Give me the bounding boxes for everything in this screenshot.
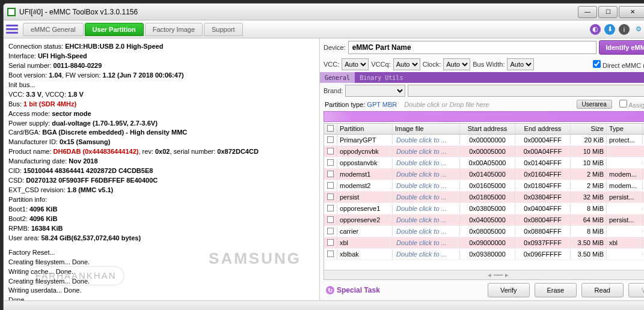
app-window: UFI[#0] - eMMC ToolBox v1.3.0.1156 — ☐ ✕… (3, 3, 644, 310)
table-row[interactable]: opporeserve1 Double click to ... 0x03805… (324, 203, 644, 214)
row-checkbox[interactable] (327, 159, 334, 166)
buswidth-select[interactable]: Auto (507, 58, 534, 70)
special-icon: ↻ (326, 286, 334, 294)
statusbar (4, 300, 644, 310)
right-panel: Device: Identify eMMC TP VCC: Auto VCCq:… (319, 38, 644, 300)
write-button[interactable]: Write (628, 283, 644, 297)
row-checkbox[interactable] (327, 205, 334, 211)
table-row[interactable]: modemst2 Double click to ... 0x01605000 … (324, 180, 644, 192)
userarea-button[interactable]: Userarea (577, 100, 612, 109)
vccq-select[interactable]: Auto (393, 58, 420, 70)
tab-support[interactable]: Support (204, 23, 243, 36)
row-checkbox[interactable] (327, 171, 334, 177)
subtab-binary-utils[interactable]: Binary Utils (355, 72, 408, 83)
titlebar: UFI[#0] - eMMC ToolBox v1.3.0.1156 — ☐ ✕ (4, 4, 644, 20)
vcc-select[interactable]: Auto (342, 58, 369, 70)
table-header: Partition Image file Start address End a… (324, 124, 644, 135)
app-icon (7, 8, 16, 16)
row-checkbox[interactable] (327, 136, 334, 143)
partition-map-bar[interactable] (324, 111, 644, 122)
maximize-button[interactable]: ☐ (598, 6, 618, 18)
table-row[interactable]: oppodycnvbk Double click to ... 0x000050… (324, 146, 644, 157)
horizontal-scrollbar[interactable]: ◄ ━━━ ► (324, 270, 644, 279)
log-panel: Connection status: EHCI:HUB:USB 2.0 High… (4, 38, 319, 300)
device-label: Device: (324, 44, 346, 51)
globe-icon[interactable]: ◐ (590, 24, 601, 35)
assign-images-checkbox[interactable]: Assign images (619, 100, 644, 109)
toolbar: eMMC General User Partition Factory Imag… (4, 20, 644, 38)
watermark: FARHAANKHAN (28, 266, 124, 285)
table-row[interactable]: modemst1 Double click to ... 0x01405000 … (324, 169, 644, 180)
row-checkbox[interactable] (327, 182, 334, 189)
checkbox-all[interactable] (327, 125, 334, 132)
model-select[interactable] (408, 85, 644, 97)
tab-factory-image[interactable]: Factory Image (145, 23, 203, 36)
direct-emmc-checkbox[interactable]: Direct eMMC (ISP) (593, 60, 644, 69)
drop-area[interactable]: Double click or Drop file here (404, 101, 569, 108)
verify-button[interactable]: Verify (488, 283, 530, 297)
row-checkbox[interactable] (327, 193, 334, 200)
tab-user-partition[interactable]: User Partition (85, 23, 144, 36)
table-row[interactable]: oppostanvbk Double click to ... 0x00A050… (324, 157, 644, 169)
table-row[interactable]: PrimaryGPT Double click to ... 0x0000000… (324, 135, 644, 146)
table-row[interactable]: carrier Double click to ... 0x08005000 0… (324, 226, 644, 237)
table-row[interactable]: opporeserve2 Double click to ... 0x04005… (324, 214, 644, 226)
brand-select[interactable] (345, 85, 405, 97)
table-row[interactable]: xbl Double click to ... 0x09000000 0x093… (324, 237, 644, 249)
row-checkbox[interactable] (327, 148, 334, 154)
erase-button[interactable]: Erase (535, 283, 577, 297)
minimize-button[interactable]: — (578, 6, 597, 18)
subtab-general[interactable]: General (320, 72, 355, 83)
partition-table: Partition Image file Start address End a… (324, 123, 644, 280)
subtabs: General Binary Utils (320, 72, 644, 83)
table-body[interactable]: PrimaryGPT Double click to ... 0x0000000… (324, 135, 644, 270)
special-task-link[interactable]: ↻ Special Task (326, 286, 380, 294)
row-checkbox[interactable] (327, 228, 334, 234)
info-icon[interactable]: i (619, 24, 630, 35)
row-checkbox[interactable] (327, 251, 334, 257)
samsung-logo: SAMSUNG (209, 248, 301, 270)
window-title: UFI[#0] - eMMC ToolBox v1.3.0.1156 (19, 8, 138, 16)
gear-icon[interactable]: ⚙ (633, 24, 644, 35)
read-button[interactable]: Read (581, 283, 624, 297)
main-content: Connection status: EHCI:HUB:USB 2.0 High… (4, 38, 644, 300)
clock-select[interactable]: Auto (443, 58, 470, 70)
footer: ↻ Special Task Verify Erase Read Write (320, 280, 644, 300)
row-checkbox[interactable] (327, 239, 334, 246)
table-row[interactable]: persist Double click to ... 0x01805000 0… (324, 192, 644, 203)
table-row[interactable]: xblbak Double click to ... 0x09380000 0x… (324, 249, 644, 260)
close-button[interactable]: ✕ (619, 6, 644, 18)
identify-button[interactable]: Identify eMMC (599, 40, 644, 55)
menu-icon[interactable] (6, 24, 18, 35)
download-icon[interactable]: ⬇ (604, 24, 615, 35)
row-checkbox[interactable] (327, 216, 334, 223)
device-input[interactable] (348, 41, 597, 54)
partition-type[interactable]: GPT MBR (367, 101, 397, 108)
tab-emmc-general[interactable]: eMMC General (23, 23, 84, 36)
